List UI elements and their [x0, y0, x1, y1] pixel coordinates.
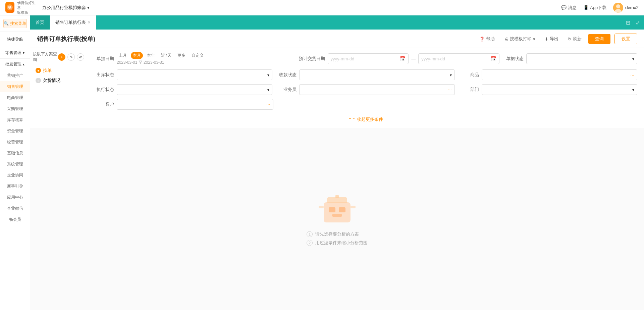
sidebar-item-finance[interactable]: 资金管理: [0, 125, 30, 137]
product-dots-icon[interactable]: ···: [630, 72, 634, 78]
delivery-chevron: [267, 72, 269, 78]
export-button[interactable]: ⬇ 导出: [542, 35, 561, 43]
phone-icon: 📱: [583, 5, 589, 10]
sidebar-item-app-center[interactable]: 应用中心: [0, 192, 30, 203]
filter-row-1: 单据日期 上月 本月 本年 近7天 更多 自定义 20: [94, 52, 637, 65]
sidebar-item-member[interactable]: 畅会员: [0, 214, 30, 225]
expected-date-start-input[interactable]: yyyy-mm-dd 📅: [328, 53, 409, 64]
sidebar-item-purchase[interactable]: 采购管理: [0, 103, 30, 114]
print-icon: 🖨: [504, 37, 508, 42]
svg-rect-11: [319, 206, 324, 208]
sidebar-item-retail[interactable]: 零售管理 ▾: [0, 47, 30, 59]
tab-bar: 首页 销售订单执行表 × ⊟ ⤢: [30, 15, 644, 30]
product-label: 商品: [459, 72, 479, 78]
avatar: [613, 3, 623, 13]
chevron-up-icon: ▴: [23, 62, 24, 66]
department-chevron: [632, 87, 634, 92]
message-button[interactable]: 💬 消息: [561, 5, 577, 11]
shortcut-more[interactable]: 更多: [175, 52, 187, 59]
sidebar-item-operations[interactable]: 经营管理: [0, 137, 30, 148]
filter-order-status: 单据状态: [503, 53, 637, 64]
svg-rect-10: [335, 195, 339, 198]
scheme-item-order[interactable]: ● 按单: [33, 65, 84, 75]
expected-date-label: 预计交货日期: [299, 56, 325, 62]
filter-product: 商品 ···: [459, 69, 637, 80]
scheme-dot-active: ●: [36, 68, 41, 73]
search-button[interactable]: 查询: [588, 34, 610, 44]
svg-rect-5: [324, 202, 351, 222]
scheme-item-backorder[interactable]: ○ 欠货情况: [33, 75, 84, 86]
tab-minimize-icon[interactable]: ⊟: [625, 18, 632, 27]
expected-date-range: yyyy-mm-dd 📅 — yyyy-mm-dd 📅: [328, 53, 500, 64]
top-bar: 畅 畅捷信好生意 标准版 办公用品行业模拟账套 ▾ 💬 消息 📱 App下载 d…: [0, 0, 644, 15]
customer-select[interactable]: ···: [117, 99, 273, 110]
sidebar-item-wholesale[interactable]: 批发管理 ▴: [0, 59, 30, 70]
calendar-end-icon[interactable]: 📅: [491, 56, 496, 61]
delivery-status-select[interactable]: [117, 69, 272, 80]
sidebar-item-enterprise[interactable]: 企业协同: [0, 170, 30, 181]
shortcut-this-month[interactable]: 本月: [131, 52, 143, 59]
content-area: 销售订单执行表(按单) ❓ 帮助 🖨 按模板打印 ▾ ⬇ 导出: [30, 30, 644, 310]
salesperson-dots-icon[interactable]: ···: [448, 87, 452, 92]
exec-status-select[interactable]: [117, 84, 272, 95]
product-select[interactable]: ···: [482, 69, 637, 80]
print-button[interactable]: 🖨 按模板打印 ▾: [501, 35, 538, 43]
collapse-scheme-button[interactable]: ≪: [77, 53, 84, 61]
filter-customer: 客户 ···: [94, 99, 273, 110]
shortcut-last-month[interactable]: 上月: [117, 52, 129, 59]
sidebar-item-inventory[interactable]: 库存核算: [0, 114, 30, 125]
add-scheme-button[interactable]: +: [58, 53, 65, 61]
shortcut-this-year[interactable]: 本年: [145, 52, 157, 59]
refresh-icon: ↻: [568, 37, 572, 42]
sidebar-item-ecommerce[interactable]: 电商管理: [0, 92, 30, 103]
salesperson-select[interactable]: ···: [299, 84, 455, 95]
sidebar-item-newbie[interactable]: 新手引导: [0, 181, 30, 192]
empty-state: 1 请先选择要分析的方案 2 用过滤条件来缩小分析范围: [307, 172, 368, 266]
chevron-down-icon: ▾: [87, 5, 90, 10]
filter-exec-status: 执行状态: [94, 84, 272, 95]
sidebar-search-area: 🔍 搜索菜单: [0, 15, 30, 32]
sidebar-item-marketing[interactable]: 营销推广: [0, 70, 30, 81]
filter-department: 部门: [459, 84, 637, 95]
sidebar-item-basic-info[interactable]: 基础信息: [0, 148, 30, 159]
date-separator: —: [410, 56, 417, 61]
help-button[interactable]: ❓ 帮助: [477, 35, 497, 43]
exec-status-label: 执行状态: [94, 87, 114, 93]
tab-home[interactable]: 首页: [30, 15, 50, 30]
search-menu-button[interactable]: 🔍 搜索菜单: [3, 19, 27, 28]
quick-nav-section: 快捷导航: [0, 32, 30, 47]
chevron-up-icon: ⌃⌃: [348, 117, 356, 122]
edit-scheme-button[interactable]: ✎: [67, 53, 75, 61]
exec-status-chevron: [267, 87, 269, 92]
quick-nav-item[interactable]: 快捷导航: [0, 35, 30, 44]
customer-label: 客户: [94, 101, 114, 107]
refresh-button[interactable]: ↻ 刷新: [565, 35, 584, 43]
filter-salesperson: 业务员 ···: [276, 84, 455, 95]
date-range-display: 2023-03-01 至 2023-03-31: [117, 60, 295, 65]
order-status-select[interactable]: [526, 53, 637, 64]
industry-selector[interactable]: 办公用品行业模拟账套 ▾: [40, 3, 92, 12]
sidebar-item-sales[interactable]: 销售管理: [0, 81, 30, 92]
svg-rect-8: [332, 214, 342, 217]
help-icon: ❓: [479, 37, 485, 42]
filter-scheme-icons: + ✎ ≪: [58, 53, 84, 61]
filter-schemes-panel: 按以下方案查询 + ✎ ≪ ● 按单 ○ 欠货情况: [30, 48, 87, 128]
expected-date-end-input[interactable]: yyyy-mm-dd 📅: [418, 53, 499, 64]
settings-button[interactable]: 设置: [614, 34, 637, 44]
shortcut-custom[interactable]: 自定义: [190, 52, 206, 59]
shortcut-last-7-days[interactable]: 近7天: [159, 52, 173, 59]
sidebar-item-system[interactable]: 系统管理: [0, 159, 30, 170]
user-avatar-area[interactable]: demo2: [613, 3, 639, 13]
collection-status-select[interactable]: [299, 69, 455, 80]
date-shortcuts: 上月 本月 本年 近7天 更多 自定义: [117, 52, 295, 59]
empty-step-1: 1 请先选择要分析的方案: [307, 231, 368, 237]
customer-dots-icon[interactable]: ···: [266, 102, 270, 107]
calendar-start-icon[interactable]: 📅: [400, 56, 406, 61]
tab-close-icon[interactable]: ×: [88, 20, 90, 24]
app-download-button[interactable]: 📱 App下载: [583, 5, 606, 11]
collapse-filter-button[interactable]: ⌃⌃ 收起更多条件: [94, 114, 637, 124]
tab-active[interactable]: 销售订单执行表 ×: [50, 15, 96, 30]
tab-expand-icon[interactable]: ⤢: [634, 18, 641, 27]
department-select[interactable]: [482, 84, 637, 95]
sidebar-item-wechat[interactable]: 企业微信: [0, 203, 30, 214]
